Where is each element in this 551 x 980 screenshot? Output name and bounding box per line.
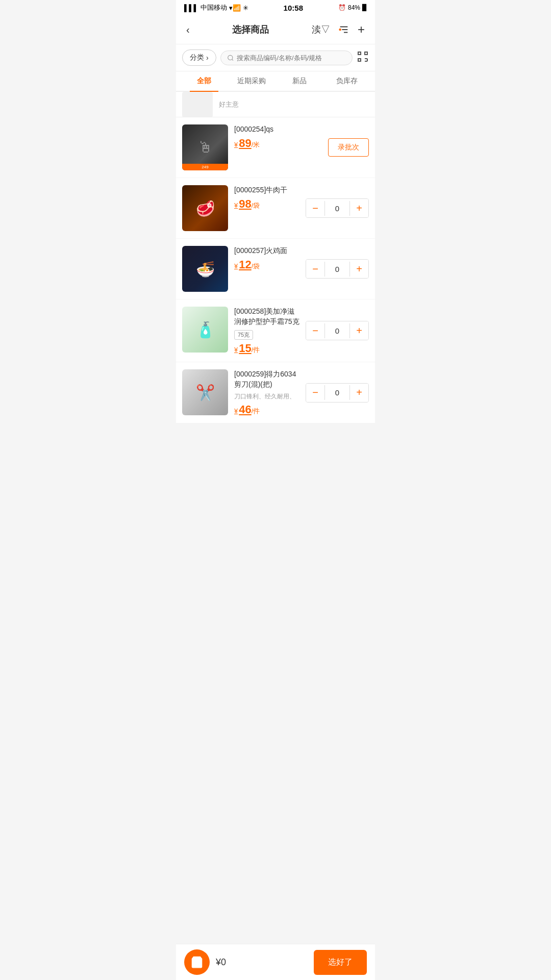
product-price: ¥ 98 /袋 [234, 198, 299, 210]
add-button[interactable]: + [356, 20, 367, 39]
quantity-decrease-button[interactable]: − [306, 199, 324, 217]
svg-point-4 [228, 55, 232, 60]
product-action: −0+ [306, 198, 369, 218]
tab-new-label: 新品 [292, 77, 307, 85]
tab-bar: 全部 近期采购 新品 负库存 [176, 71, 375, 92]
price-amount: 12 [239, 259, 251, 270]
product-list: 🖱249[0000254]qs ¥ 89 /米录批次🥩[0000255]牛肉干 … [176, 117, 375, 423]
product-info: [0000259]得力6034剪刀(混)(把)刀口锋利、经久耐用、 ¥ 46 /… [234, 369, 299, 416]
quantity-control: −0+ [306, 198, 369, 218]
quantity-display: 0 [324, 323, 350, 338]
price-unit: /件 [252, 346, 260, 354]
quantity-decrease-button[interactable]: − [306, 384, 324, 402]
tab-negative[interactable]: 负库存 [323, 71, 371, 91]
product-image-wrap: 🍜 [182, 246, 228, 292]
search-input[interactable] [237, 54, 346, 62]
product-image: 🥩 [182, 185, 228, 231]
product-image: 🧴 [182, 307, 228, 353]
product-image-wrap: 🖱249 [182, 124, 228, 170]
product-image-wrap: 🥩 [182, 185, 228, 231]
product-name: [0000254]qs [234, 124, 322, 135]
tab-all[interactable]: 全部 [180, 71, 228, 91]
filter-bar: 分类 › [176, 44, 375, 71]
cart-total: ¥0 [216, 957, 308, 968]
tab-negative-label: 负库存 [336, 77, 358, 85]
battery-label: 84% [348, 4, 360, 11]
scan-button[interactable] [357, 51, 369, 65]
product-image-wrap: 🧴 [182, 307, 228, 353]
header-actions: 渎▽ + [310, 20, 367, 39]
status-bar: ▌▌▌ 中国移动 ▾📶 ✳ 10:58 ⏰ 84% ▉ [176, 0, 375, 15]
product-info: [0000258]美加净滋润修护型护手霜75克75克 ¥ 15 /件 [234, 307, 299, 355]
price-amount: 98 [239, 198, 251, 210]
price-currency: ¥ [234, 141, 238, 148]
product-price: ¥ 12 /袋 [234, 259, 299, 271]
product-item: 🖱249[0000254]qs ¥ 89 /米录批次 [176, 117, 375, 178]
price-amount: 15 [239, 343, 251, 354]
tab-recent-label: 近期采购 [237, 77, 266, 85]
product-name: [0000258]美加净滋润修护型护手霜75克 [234, 307, 299, 326]
sync-icon: ✳ [243, 4, 248, 12]
svg-rect-7 [365, 52, 367, 55]
category-arrow: › [206, 54, 209, 62]
quantity-increase-button[interactable]: + [350, 199, 368, 217]
alarm-icon: ⏰ [338, 4, 346, 11]
quantity-decrease-button[interactable]: − [306, 321, 324, 340]
product-desc: 刀口锋利、经久耐用、 [234, 392, 299, 401]
quantity-display: 0 [324, 262, 350, 277]
confirm-button[interactable]: 选好了 [314, 950, 367, 975]
product-name: [0000255]牛肉干 [234, 185, 299, 195]
page-title: 选择商品 [192, 23, 310, 36]
partial-product-label: 好主意 [219, 100, 239, 109]
search-box [220, 51, 353, 65]
signal-icon: ▌▌▌ [184, 4, 198, 12]
price-amount: 89 [239, 138, 251, 149]
product-price: ¥ 89 /米 [234, 138, 322, 149]
product-image-wrap: ✂️ [182, 369, 228, 415]
quantity-control: −0+ [306, 259, 369, 279]
price-currency: ¥ [234, 346, 238, 354]
product-action: 录批次 [328, 138, 369, 157]
svg-line-5 [232, 59, 233, 60]
status-right: ⏰ 84% ▉ [338, 4, 367, 11]
price-currency: ¥ [234, 407, 238, 415]
batch-button[interactable]: 录批次 [328, 138, 369, 157]
filter-icon[interactable]: 渎▽ [310, 21, 332, 38]
product-image: ✂️ [182, 369, 228, 415]
price-currency: ¥ [234, 262, 238, 270]
price-unit: /米 [252, 141, 260, 148]
product-item: ✂️[0000259]得力6034剪刀(混)(把)刀口锋利、经久耐用、 ¥ 46… [176, 362, 375, 423]
tab-recent[interactable]: 近期采购 [228, 71, 276, 91]
product-badge: 249 [182, 164, 228, 170]
product-price: ¥ 15 /件 [234, 343, 299, 355]
status-time: 10:58 [284, 4, 303, 12]
quantity-display: 0 [324, 201, 350, 216]
product-action: −0+ [306, 383, 369, 403]
product-action: −0+ [306, 321, 369, 340]
quantity-increase-button[interactable]: + [350, 260, 368, 278]
quantity-decrease-button[interactable]: − [306, 260, 324, 278]
partial-product-image [182, 92, 213, 117]
quantity-control: −0+ [306, 321, 369, 340]
product-item: 🧴[0000258]美加净滋润修护型护手霜75克75克 ¥ 15 /件−0+ [176, 299, 375, 362]
svg-point-3 [339, 29, 341, 31]
cart-button[interactable] [184, 949, 210, 975]
price-currency: ¥ [234, 202, 238, 209]
filter-icon[interactable] [338, 24, 349, 35]
carrier-label: 中国移动 [201, 3, 227, 12]
price-unit: /件 [252, 407, 260, 415]
product-info: [0000254]qs ¥ 89 /米 [234, 124, 322, 149]
price-amount: 46 [239, 404, 251, 415]
product-price: ¥ 46 /件 [234, 404, 299, 416]
category-button[interactable]: 分类 › [182, 49, 216, 66]
product-item: 🍜[0000257]火鸡面 ¥ 12 /袋−0+ [176, 239, 375, 299]
back-button[interactable]: ‹ [184, 22, 192, 38]
quantity-increase-button[interactable]: + [350, 321, 368, 340]
battery-icon: ▉ [362, 4, 367, 11]
product-image: 🍜 [182, 246, 228, 292]
quantity-display: 0 [324, 385, 350, 400]
category-label: 分类 [190, 53, 204, 62]
quantity-increase-button[interactable]: + [350, 384, 368, 402]
bottom-bar: ¥0 选好了 [176, 944, 375, 980]
tab-new[interactable]: 新品 [276, 71, 323, 91]
